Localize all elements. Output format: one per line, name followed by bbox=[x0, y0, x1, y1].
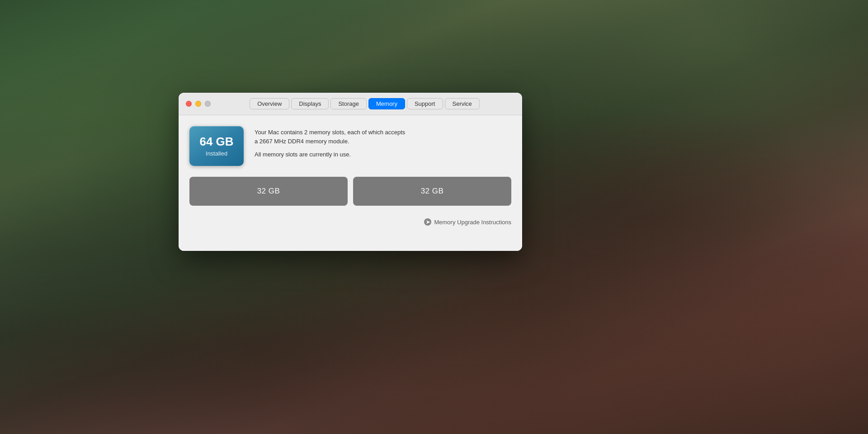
footer: ➤ Memory Upgrade Instructions bbox=[189, 215, 511, 226]
memory-slots-row: 32 GB 32 GB bbox=[189, 177, 511, 206]
about-this-mac-window: Overview Displays Storage Memory Support… bbox=[179, 93, 522, 251]
memory-info-line1: Your Mac contains 2 memory slots, each o… bbox=[255, 128, 511, 146]
titlebar: Overview Displays Storage Memory Support… bbox=[179, 93, 522, 115]
memory-slot-1: 32 GB bbox=[189, 177, 348, 206]
memory-amount: 64 GB bbox=[199, 135, 233, 148]
tab-support[interactable]: Support bbox=[407, 98, 443, 109]
tab-memory[interactable]: Memory bbox=[368, 98, 405, 109]
memory-upgrade-link[interactable]: ➤ Memory Upgrade Instructions bbox=[424, 218, 511, 226]
tab-bar: Overview Displays Storage Memory Support… bbox=[214, 98, 515, 109]
top-section: 64 GB Installed Your Mac contains 2 memo… bbox=[189, 126, 511, 166]
memory-badge: 64 GB Installed bbox=[189, 126, 244, 166]
maximize-button[interactable] bbox=[205, 101, 211, 107]
minimize-button[interactable] bbox=[195, 101, 201, 107]
memory-installed-label: Installed bbox=[206, 150, 227, 157]
tab-service[interactable]: Service bbox=[445, 98, 480, 109]
memory-info: Your Mac contains 2 memory slots, each o… bbox=[255, 126, 511, 158]
tab-storage[interactable]: Storage bbox=[330, 98, 367, 109]
tab-displays[interactable]: Displays bbox=[291, 98, 329, 109]
slots-status-text: All memory slots are currently in use. bbox=[255, 151, 511, 158]
tab-overview[interactable]: Overview bbox=[250, 98, 289, 109]
memory-tab-content: 64 GB Installed Your Mac contains 2 memo… bbox=[179, 115, 522, 251]
memory-slot-2: 32 GB bbox=[353, 177, 511, 206]
close-button[interactable] bbox=[186, 101, 192, 107]
upgrade-link-text: Memory Upgrade Instructions bbox=[434, 219, 511, 226]
upgrade-link-icon: ➤ bbox=[424, 218, 431, 226]
